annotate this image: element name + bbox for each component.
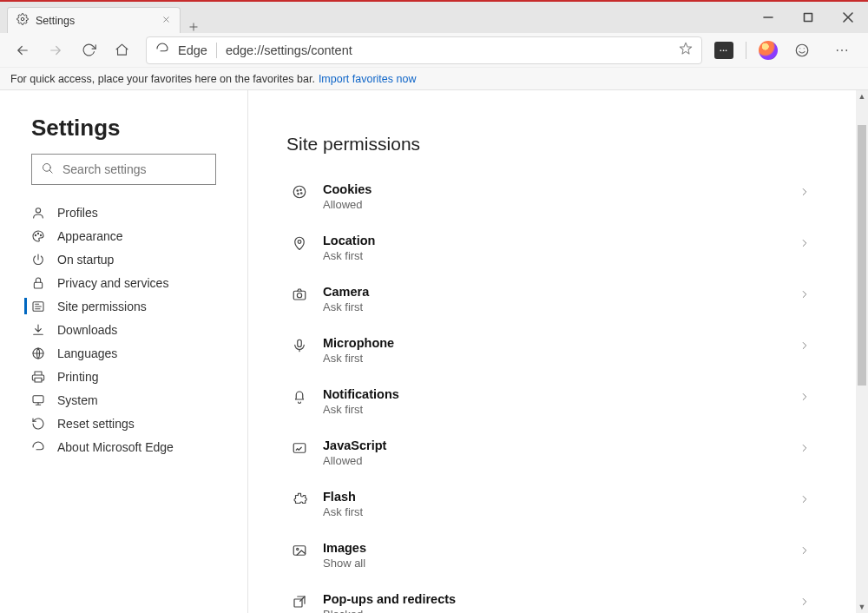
svg-point-21 — [298, 241, 301, 244]
sidebar-item-label: Printing — [57, 370, 98, 384]
permission-status: Ask first — [323, 505, 783, 518]
chevron-right-icon — [799, 493, 811, 509]
edge-logo-icon — [155, 42, 169, 58]
svg-point-2 — [796, 44, 808, 56]
sidebar-item-label: On startup — [57, 253, 114, 267]
sidebar-item-label: Site permissions — [57, 300, 147, 313]
new-tab-button[interactable] — [181, 7, 207, 33]
close-window-button[interactable] — [828, 2, 868, 33]
chevron-right-icon — [799, 544, 811, 560]
sidebar-item-label: Appearance — [57, 229, 123, 243]
permission-cookies[interactable]: CookiesAllowed — [286, 174, 816, 220]
home-button[interactable] — [106, 35, 137, 66]
sidebar-item-reset-settings[interactable]: Reset settings — [0, 412, 247, 435]
permission-status: Allowed — [323, 454, 783, 467]
permission-title: Images — [323, 541, 783, 555]
svg-point-0 — [21, 17, 24, 21]
sidebar-item-label: System — [57, 393, 98, 407]
import-favorites-link[interactable]: Import favorites now — [319, 73, 417, 85]
permission-status: Ask first — [323, 352, 783, 365]
profile-avatar[interactable] — [759, 41, 778, 60]
chevron-right-icon — [799, 288, 811, 304]
scrollbar-thumb[interactable] — [858, 125, 866, 386]
back-button[interactable] — [7, 35, 38, 66]
chevron-right-icon — [799, 596, 811, 611]
svg-rect-11 — [34, 282, 42, 288]
svg-point-8 — [35, 234, 36, 235]
permission-camera[interactable]: CameraAsk first — [286, 276, 816, 322]
search-icon — [41, 161, 54, 178]
power-icon — [31, 253, 45, 267]
search-input[interactable] — [62, 162, 214, 176]
minimize-button[interactable] — [748, 2, 788, 33]
printer-icon — [31, 370, 45, 384]
toolbar-separator — [746, 42, 746, 59]
chevron-right-icon — [799, 186, 811, 201]
svg-point-27 — [297, 548, 299, 550]
puzzle-icon — [292, 491, 307, 511]
sidebar-item-label: Profiles — [57, 206, 98, 220]
palette-icon — [31, 229, 45, 243]
svg-point-20 — [301, 193, 303, 194]
cookie-icon — [292, 184, 307, 203]
feedback-smiley-icon[interactable] — [786, 35, 818, 66]
svg-point-4 — [841, 49, 843, 51]
sidebar-item-profiles[interactable]: Profiles — [0, 201, 247, 224]
permission-location[interactable]: LocationAsk first — [286, 225, 816, 271]
scrollbar[interactable]: ▲ ▼ — [856, 90, 868, 613]
favorites-bar: For quick access, place your favorites h… — [0, 68, 868, 90]
permission-status: Ask first — [323, 300, 783, 313]
permission-title: Pop-ups and redirects — [323, 592, 783, 606]
gear-icon — [16, 13, 29, 28]
sidebar-item-languages[interactable]: Languages — [0, 341, 247, 365]
chevron-right-icon — [799, 339, 811, 355]
svg-point-10 — [40, 234, 41, 235]
favorite-star-icon[interactable] — [679, 42, 693, 58]
reset-icon — [31, 417, 45, 431]
permission-microphone[interactable]: MicrophoneAsk first — [286, 327, 816, 373]
translate-extension-icon[interactable]: ••• — [714, 42, 733, 59]
search-settings-box[interactable] — [31, 154, 216, 185]
sidebar-item-printing[interactable]: Printing — [0, 365, 247, 388]
permission-notifications[interactable]: NotificationsAsk first — [286, 379, 816, 425]
sidebar-item-label: Reset settings — [57, 417, 135, 431]
svg-rect-26 — [293, 546, 306, 556]
maximize-button[interactable] — [788, 2, 828, 33]
sidebar-item-about-microsoft-edge[interactable]: About Microsoft Edge — [0, 435, 247, 458]
address-url: edge://settings/content — [226, 43, 352, 57]
chevron-right-icon — [799, 442, 811, 458]
svg-rect-14 — [35, 378, 42, 382]
address-bar[interactable]: Edge edge://settings/content — [146, 36, 702, 64]
download-icon — [31, 323, 45, 337]
sidebar-item-site-permissions[interactable]: Site permissions — [0, 294, 247, 318]
camera-icon — [292, 287, 307, 306]
content-pane: Site permissions CookiesAllowedLocationA… — [248, 90, 868, 613]
permission-title: Flash — [323, 490, 783, 504]
refresh-button[interactable] — [73, 35, 104, 66]
scroll-down-icon[interactable]: ▼ — [856, 601, 868, 613]
bell-icon — [292, 389, 307, 408]
js-icon — [292, 440, 307, 459]
sidebar-item-downloads[interactable]: Downloads — [0, 318, 247, 341]
svg-rect-24 — [298, 339, 302, 346]
svg-point-5 — [845, 49, 847, 51]
forward-button[interactable] — [40, 35, 71, 66]
permission-javascript[interactable]: JavaScriptAllowed — [286, 430, 816, 476]
sidebar-item-on-startup[interactable]: On startup — [0, 247, 247, 271]
browser-tab[interactable]: Settings — [7, 7, 181, 33]
scroll-up-icon[interactable]: ▲ — [856, 90, 868, 102]
sidebar-item-privacy-and-services[interactable]: Privacy and services — [0, 271, 247, 294]
sidebar-item-appearance[interactable]: Appearance — [0, 224, 247, 247]
sidebar-item-label: Privacy and services — [57, 276, 168, 290]
chevron-right-icon — [799, 237, 811, 253]
close-tab-icon[interactable] — [161, 15, 171, 27]
permission-pop-ups-and-redirects[interactable]: Pop-ups and redirectsBlocked — [286, 583, 816, 613]
sidebar-item-system[interactable]: System — [0, 388, 247, 412]
permission-images[interactable]: ImagesShow all — [286, 532, 816, 578]
address-brand: Edge — [178, 43, 207, 57]
permission-flash[interactable]: FlashAsk first — [286, 481, 816, 527]
more-menu-button[interactable] — [826, 35, 858, 66]
user-icon — [31, 206, 45, 220]
monitor-icon — [31, 393, 45, 407]
image-icon — [292, 543, 307, 562]
